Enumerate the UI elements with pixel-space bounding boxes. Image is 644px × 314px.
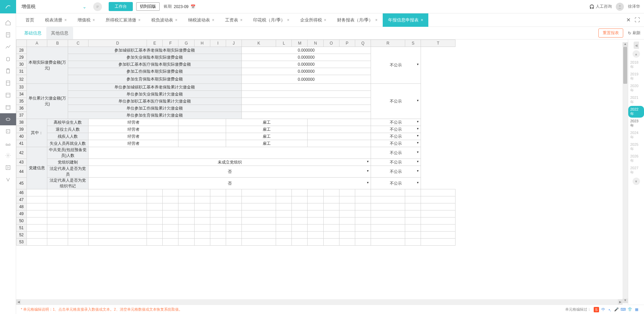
cell[interactable] xyxy=(371,189,405,196)
cell[interactable]: 残疾人人数 xyxy=(47,133,89,140)
tab-close-icon[interactable]: × xyxy=(324,18,326,22)
cell[interactable] xyxy=(147,225,163,232)
cell[interactable] xyxy=(210,239,226,246)
cell[interactable] xyxy=(26,210,47,217)
nav-active-icon[interactable] xyxy=(0,113,16,125)
fullscreen-icon[interactable]: ⛶ xyxy=(635,17,640,23)
col-header[interactable]: L xyxy=(276,40,292,47)
cell[interactable] xyxy=(339,217,355,225)
cell[interactable] xyxy=(292,196,308,203)
col-header[interactable]: K xyxy=(241,40,276,47)
cell[interactable] xyxy=(308,210,323,217)
cell[interactable] xyxy=(323,225,339,232)
cell[interactable] xyxy=(308,196,323,203)
cell[interactable] xyxy=(405,225,421,232)
cell[interactable]: 经营者 xyxy=(89,140,178,147)
cell[interactable]: 41 xyxy=(16,140,27,147)
cell[interactable] xyxy=(276,225,292,232)
col-header[interactable]: A xyxy=(26,40,47,47)
cell[interactable]: 34 xyxy=(16,91,27,98)
col-header[interactable]: T xyxy=(421,40,455,47)
cell[interactable]: 雇工 xyxy=(226,119,308,126)
year-item[interactable]: 2023年 xyxy=(628,118,644,129)
cell[interactable] xyxy=(68,217,88,225)
cell[interactable] xyxy=(355,203,371,210)
cell[interactable]: 高校毕业生人数 xyxy=(47,119,89,126)
cell[interactable]: 33 xyxy=(16,84,27,91)
scroll-thumb[interactable] xyxy=(623,47,627,84)
cell[interactable]: 37 xyxy=(16,112,27,119)
cell[interactable] xyxy=(89,225,147,232)
cell[interactable] xyxy=(339,239,355,246)
cell[interactable]: 31 xyxy=(16,68,27,75)
cell[interactable] xyxy=(226,203,241,210)
cell[interactable]: 35 xyxy=(16,98,27,105)
cell[interactable]: 单位参加失业保险累计欠缴金额 xyxy=(68,91,241,98)
cell[interactable] xyxy=(26,196,47,203)
tab-close-icon[interactable]: × xyxy=(64,18,67,22)
cell[interactable] xyxy=(47,203,68,210)
cell[interactable]: 党建信息 xyxy=(26,147,47,189)
cell[interactable]: 参加城镇职工基本养老保险本期实际缴费金额 xyxy=(68,47,241,54)
cell[interactable] xyxy=(89,189,147,196)
cell[interactable] xyxy=(323,232,339,239)
cell[interactable] xyxy=(323,217,339,225)
cell[interactable]: 40 xyxy=(16,133,27,140)
col-header[interactable]: E xyxy=(147,40,163,47)
cell[interactable] xyxy=(241,217,276,225)
cell[interactable]: 不公示 xyxy=(371,147,421,159)
cell[interactable] xyxy=(405,217,421,225)
cell[interactable] xyxy=(276,239,292,246)
cell[interactable] xyxy=(194,203,210,210)
cell[interactable]: 经营者 xyxy=(89,119,178,126)
cell[interactable]: 0.000000 xyxy=(241,68,371,75)
cell[interactable]: 退役士兵人数 xyxy=(47,126,89,133)
cell[interactable] xyxy=(178,232,194,239)
cell[interactable] xyxy=(68,210,88,217)
cell[interactable] xyxy=(421,239,455,246)
cell[interactable] xyxy=(421,196,455,203)
subtab-basic-info[interactable]: 基础信息 xyxy=(19,27,46,39)
tab-income-tax[interactable]: 所得税汇算清缴× xyxy=(100,13,146,27)
year-item[interactable]: 2020年 xyxy=(628,82,644,94)
nav-return-icon[interactable] xyxy=(0,125,16,137)
cell[interactable]: 28 xyxy=(16,47,27,54)
cell[interactable] xyxy=(163,189,178,196)
cell[interactable] xyxy=(292,203,308,210)
cell[interactable]: 党组织建制 xyxy=(47,159,89,166)
cell[interactable]: 不公示 xyxy=(371,119,421,126)
tab-close-icon[interactable]: × xyxy=(93,18,95,22)
cell[interactable] xyxy=(355,225,371,232)
col-header[interactable]: D xyxy=(89,40,147,47)
cell[interactable] xyxy=(421,232,455,239)
cell[interactable]: 52 xyxy=(16,232,27,239)
col-header[interactable]: G xyxy=(178,40,194,47)
cell[interactable]: 不公示 xyxy=(371,133,421,140)
switch-version-button[interactable]: 切到旧版 xyxy=(136,2,160,11)
cell[interactable]: 否 xyxy=(89,166,371,178)
cell[interactable] xyxy=(163,203,178,210)
cell[interactable]: 单位参加职工基本医疗保险累计欠缴金额 xyxy=(68,98,241,105)
cell[interactable] xyxy=(147,203,163,210)
cell[interactable] xyxy=(371,217,405,225)
cell[interactable] xyxy=(194,196,210,203)
cell[interactable] xyxy=(210,232,226,239)
tab-close-icon[interactable]: × xyxy=(421,18,423,22)
cell[interactable] xyxy=(276,232,292,239)
cell[interactable]: 不公示 xyxy=(371,166,421,178)
subtab-other-info[interactable]: 其他信息 xyxy=(46,27,73,39)
calendar-icon[interactable]: 📅 xyxy=(191,4,196,9)
cell[interactable] xyxy=(292,210,308,217)
ime-skin-icon[interactable]: 👕 xyxy=(627,307,633,312)
cell[interactable]: 0.000000 xyxy=(241,61,371,68)
cell[interactable] xyxy=(339,196,355,203)
cell[interactable] xyxy=(47,239,68,246)
cell[interactable] xyxy=(276,196,292,203)
tab-corp-tax[interactable]: 企业所得税× xyxy=(295,13,332,27)
cell[interactable] xyxy=(292,225,308,232)
cell[interactable] xyxy=(26,232,47,239)
cell[interactable] xyxy=(323,203,339,210)
cell[interactable] xyxy=(178,126,226,133)
ime-keyboard-icon[interactable]: ⌨ xyxy=(621,307,626,312)
cell[interactable] xyxy=(47,210,68,217)
